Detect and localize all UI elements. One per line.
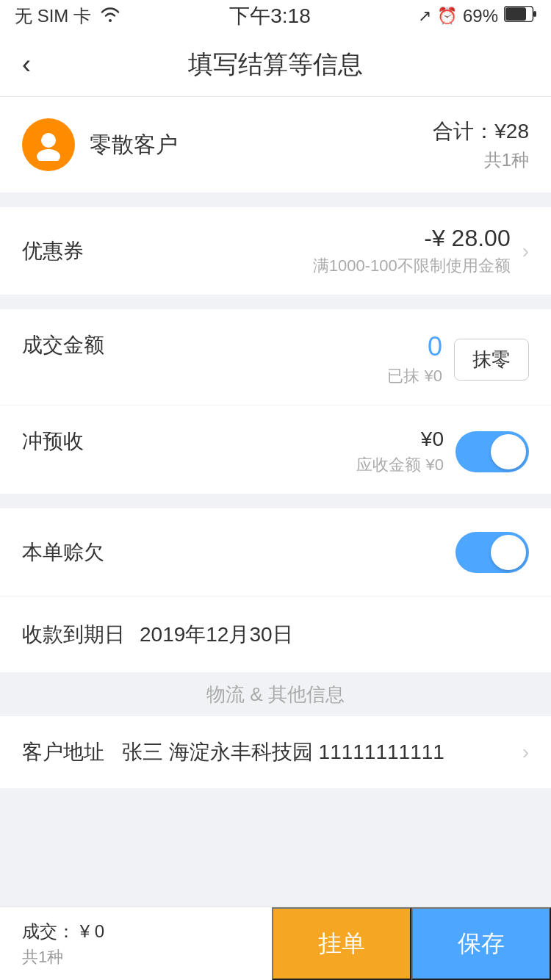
coupon-label: 优惠券: [22, 237, 84, 265]
status-time: 下午3:18: [229, 2, 311, 30]
bottom-bar: 成交： ¥ 0 共1种 挂单 保存: [0, 907, 551, 980]
battery-icon: [504, 6, 536, 26]
page-title: 填写结算等信息: [188, 48, 363, 82]
coupon-desc: 满1000-100不限制使用金额: [313, 255, 511, 277]
coupon-chevron-icon: ›: [522, 239, 529, 263]
customer-left: 零散客户: [22, 118, 178, 171]
address-row[interactable]: 客户地址 张三 海淀永丰科技园 11111111111 ›: [0, 716, 551, 788]
divider-1: [0, 192, 551, 207]
credit-toggle[interactable]: [455, 532, 529, 573]
prepayment-value: ¥0: [356, 428, 444, 451]
nav-bar: ‹ 填写结算等信息: [0, 32, 551, 97]
divider-2: [0, 295, 551, 309]
prepayment-toggle[interactable]: [455, 431, 529, 472]
svg-rect-1: [533, 11, 536, 17]
coupon-right: -¥ 28.00 满1000-100不限制使用金额 ›: [313, 225, 529, 277]
customer-name: 零散客户: [90, 130, 178, 160]
pending-button[interactable]: 挂单: [272, 907, 411, 980]
prepayment-sub: 应收金额 ¥0: [356, 454, 444, 476]
status-left: 无 SIM 卡: [15, 4, 122, 28]
customer-section: 零散客户 合计：¥28 共1种: [0, 97, 551, 192]
wifi-icon: [98, 6, 122, 26]
content: 零散客户 合计：¥28 共1种 优惠券 -¥ 28.00 满1000-100不限…: [0, 97, 551, 862]
address-chevron-icon: ›: [522, 741, 529, 764]
address-value: 张三 海淀永丰科技园 11111111111: [122, 738, 515, 766]
due-date-label: 收款到期日: [22, 621, 125, 649]
customer-avatar: [22, 118, 75, 171]
status-bar: 无 SIM 卡 下午3:18 ↗ ⏰ 69%: [0, 0, 551, 32]
carrier-text: 无 SIM 卡: [15, 4, 91, 28]
coupon-discount: -¥ 28.00: [313, 225, 511, 252]
round-off-button[interactable]: 抹零: [454, 339, 529, 381]
logistics-divider: 物流 & 其他信息: [0, 672, 551, 716]
transaction-amount-value: 0: [387, 331, 442, 362]
logistics-label: 物流 & 其他信息: [206, 682, 345, 707]
transaction-amount-row: 成交金额 0 已抹 ¥0 抹零: [0, 309, 551, 406]
transaction-section: 成交金额 0 已抹 ¥0 抹零 冲预收 ¥0 应收金额 ¥0: [0, 309, 551, 494]
svg-point-3: [41, 133, 56, 148]
divider-3: [0, 494, 551, 508]
credit-row: 本单赊欠: [0, 508, 551, 597]
transaction-amount-label: 成交金额: [22, 331, 104, 359]
address-label: 客户地址: [22, 738, 104, 766]
save-button[interactable]: 保存: [411, 907, 551, 980]
svg-rect-2: [505, 7, 526, 21]
toggle-knob: [491, 434, 526, 469]
due-date-value: 2019年12月30日: [140, 621, 293, 649]
prepayment-label: 冲预收: [22, 428, 84, 455]
back-button[interactable]: ‹: [22, 49, 31, 80]
bottom-deal-count: 共1种: [22, 946, 250, 968]
prepayment-right: ¥0 应收金额 ¥0: [356, 428, 529, 476]
customer-right: 合计：¥28 共1种: [433, 118, 529, 172]
transaction-amount-right: 0 已抹 ¥0 抹零: [387, 331, 529, 387]
customer-total: 合计：¥28: [433, 118, 529, 145]
battery-text: 69%: [463, 6, 498, 26]
transaction-amount-sub: 已抹 ¥0: [387, 365, 442, 387]
bottom-left: 成交： ¥ 0 共1种: [0, 907, 272, 980]
customer-count: 共1种: [433, 148, 529, 172]
coupon-section: 优惠券 -¥ 28.00 满1000-100不限制使用金额 ›: [0, 207, 551, 295]
status-right: ↗ ⏰ 69%: [418, 6, 536, 26]
due-date-row[interactable]: 收款到期日 2019年12月30日: [0, 597, 551, 672]
credit-section: 本单赊欠 收款到期日 2019年12月30日: [0, 508, 551, 672]
coupon-row[interactable]: 优惠券 -¥ 28.00 满1000-100不限制使用金额 ›: [0, 207, 551, 295]
alarm-icon: ⏰: [437, 7, 457, 26]
location-icon: ↗: [418, 7, 431, 26]
svg-point-4: [37, 149, 60, 161]
credit-toggle-knob: [491, 535, 526, 570]
credit-label: 本单赊欠: [22, 538, 104, 566]
prepayment-row: 冲预收 ¥0 应收金额 ¥0: [0, 406, 551, 494]
bottom-deal-label: 成交： ¥ 0: [22, 920, 250, 943]
